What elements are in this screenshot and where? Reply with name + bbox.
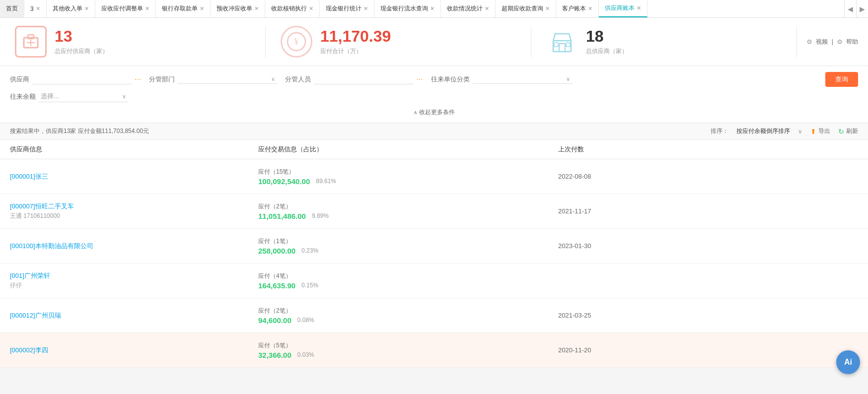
person-dots-icon[interactable]: ··· [416, 75, 423, 84]
person-input[interactable] [314, 74, 413, 84]
filter-balance: 往来余额 选择... ∨ [10, 91, 128, 102]
filter-person: 分管人员 ··· [285, 74, 423, 84]
nav-overdue[interactable]: 超期应收款查询 ✕ [496, 0, 556, 17]
supplier-icon [15, 26, 47, 58]
nav-cash-flow-label: 现金银行流水查询 [380, 4, 428, 13]
refresh-icon: ↻ [838, 128, 844, 135]
stat-total-supplier: 18 总供应商（家） [531, 26, 797, 58]
nav-adjust[interactable]: 应收应付调整单 ✕ [95, 0, 156, 17]
transaction-amount: 32,366.00 [258, 351, 291, 359]
filter-balance-label: 往来余额 [10, 92, 36, 101]
stat-total-label: 总供应商（家） [586, 47, 628, 56]
last-payment-date: 2021-11-17 [558, 207, 591, 215]
supplier-info-cell: [000100]本特勤油品有限公司 [10, 242, 258, 251]
collapse-button[interactable]: ∧ 收起更多条件 [10, 106, 858, 119]
svg-rect-9 [554, 43, 558, 47]
export-action[interactable]: ⬆ 导出 [810, 127, 830, 135]
nav-other-income-label: 其他收入单 [53, 4, 82, 13]
nav-three[interactable]: 3 ✕ [24, 0, 47, 17]
stat-supplier-count: 13 总应付供应商（家） [10, 26, 266, 58]
filter-row-2: 往来余额 选择... ∨ [10, 91, 858, 102]
nav-home[interactable]: 首页 [0, 0, 24, 17]
nav-supplier-book-close[interactable]: ✕ [637, 5, 641, 11]
nav-overdue-close[interactable]: ✕ [545, 5, 550, 12]
refresh-action[interactable]: ↻ 刷新 [838, 127, 858, 135]
navigation-bar: 首页 3 ✕ 其他收入单 ✕ 应收应付调整单 ✕ 银行存取款单 ✕ 预收冲应收单… [0, 0, 868, 18]
filter-dept-select[interactable]: ∨ [178, 75, 277, 84]
nav-adjust-close[interactable]: ✕ [145, 5, 149, 12]
last-payment-cell: 2022-08-08 [558, 173, 858, 180]
supplier-link-lisi[interactable]: [000002]李四 [10, 346, 48, 354]
filter-balance-select[interactable]: 选择... ∨ [39, 91, 128, 102]
table-row: [000007]恒旺二手叉车 王通 17106110000 应付（2笔） 11,… [0, 194, 868, 229]
supplier-link-rongxuan[interactable]: [001]广州荣轩 [10, 272, 50, 279]
transaction-label: 应付（2笔） [258, 202, 558, 211]
nav-advance-receive-close[interactable]: ✕ [254, 5, 259, 12]
nav-three-close[interactable]: ✕ [36, 5, 40, 12]
supplier-link-bente[interactable]: [000100]本特勤油品有限公司 [10, 242, 93, 250]
stat-supplier-label: 总应付供应商（家） [55, 47, 108, 56]
transaction-amount: 164,635.90 [258, 281, 295, 290]
supplier-link-hengwang[interactable]: [000007]恒旺二手叉车 [10, 202, 74, 210]
last-payment-cell: 2020-11-20 [558, 346, 858, 354]
nav-cash-stat[interactable]: 现金银行统计 ✕ [320, 0, 374, 17]
transaction-percent: 0.08% [297, 317, 314, 324]
nav-collect-verify-label: 收款核销执行 [271, 4, 307, 13]
supplier-link-beirui[interactable]: [000012]广州贝瑞 [10, 312, 61, 319]
supplier-link-zhangsan[interactable]: [000001]张三 [10, 173, 48, 180]
filter-category-select[interactable]: ∨ [473, 75, 572, 84]
supplier-input[interactable] [32, 74, 132, 84]
export-icon: ⬆ [810, 128, 816, 135]
sort-label: 排序： [711, 127, 728, 135]
nav-other-income[interactable]: 其他收入单 ✕ [47, 0, 95, 17]
nav-cash-flow-close[interactable]: ✕ [430, 5, 434, 12]
stat-payable-number: 11,170.39 [320, 28, 391, 45]
help-icon: ⊙ [837, 38, 842, 45]
transaction-percent: 0.23% [301, 247, 318, 254]
transaction-info-cell: 应付（4笔） 164,635.90 0.15% [258, 272, 558, 290]
stat-supplier-content: 13 总应付供应商（家） [55, 28, 108, 56]
sort-select[interactable]: 按应付余额倒序排序 [736, 127, 790, 135]
transaction-label: 应付（4笔） [258, 272, 558, 280]
transaction-label: 应付（1笔） [258, 237, 558, 246]
nav-cash-flow[interactable]: 现金银行流水查询 ✕ [374, 0, 441, 17]
nav-collect-stat-close[interactable]: ✕ [485, 5, 489, 12]
search-button[interactable]: 查询 [825, 72, 858, 87]
filter-category: 往来单位分类 ∨ [431, 75, 572, 84]
filter-person-label: 分管人员 [285, 75, 311, 84]
nav-customer-book[interactable]: 客户账本 ✕ [556, 0, 599, 17]
nav-advance-receive[interactable]: 预收冲应收单 ✕ [211, 0, 265, 17]
header-transaction-info: 应付交易信息（占比） [258, 145, 558, 154]
nav-collect-verify[interactable]: 收款核销执行 ✕ [265, 0, 320, 17]
filter-balance-value: 选择... [41, 92, 120, 101]
supplier-info-cell: [000007]恒旺二手叉车 王通 17106110000 [10, 202, 258, 220]
video-link[interactable]: 视频 [816, 38, 828, 46]
nav-supplier-book[interactable]: 供应商账本 ✕ [599, 0, 648, 17]
nav-bank[interactable]: 银行存取款单 ✕ [156, 0, 211, 17]
refresh-label: 刷新 [846, 127, 858, 135]
header-supplier-info: 供应商信息 [10, 145, 258, 154]
nav-arrows: ◀ ▶ [844, 0, 868, 18]
divider: | [832, 38, 833, 45]
table-row: [000001]张三 应付（15笔） 100,092,540.00 89.61%… [0, 159, 868, 194]
nav-supplier-book-label: 供应商账本 [605, 4, 635, 12]
nav-next-arrow[interactable]: ▶ [856, 0, 868, 18]
nav-overdue-label: 超期应收款查询 [502, 4, 543, 13]
table-row: [000012]广州贝瑞 应付（2笔） 94,600.00 0.08% 2021… [0, 298, 868, 333]
help-link[interactable]: 帮助 [846, 38, 858, 46]
supplier-dots-icon[interactable]: ··· [135, 75, 141, 84]
transaction-label: 应付（5笔） [258, 341, 558, 350]
nav-customer-book-close[interactable]: ✕ [588, 5, 592, 12]
nav-collect-verify-close[interactable]: ✕ [309, 5, 313, 12]
nav-collect-stat[interactable]: 收款情况统计 ✕ [441, 0, 496, 17]
nav-other-income-close[interactable]: ✕ [84, 5, 89, 12]
nav-three-label: 3 [30, 5, 34, 12]
collapse-arrow-icon: ∧ [414, 110, 417, 115]
nav-cash-stat-close[interactable]: ✕ [363, 5, 368, 12]
collapse-label: 收起更多条件 [419, 108, 455, 117]
data-table: 供应商信息 应付交易信息（占比） 上次付数 [000001]张三 应付（15笔）… [0, 140, 868, 368]
table-row: [000002]李四 应付（5笔） 32,366.00 0.03% 2020-1… [0, 333, 868, 368]
nav-bank-close[interactable]: ✕ [200, 5, 204, 12]
nav-prev-arrow[interactable]: ◀ [844, 0, 856, 18]
nav-advance-receive-label: 预收冲应收单 [217, 4, 252, 13]
